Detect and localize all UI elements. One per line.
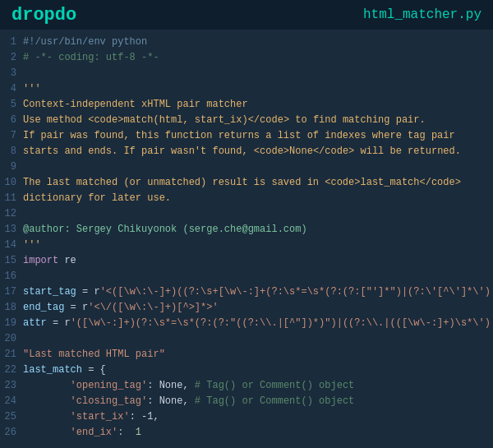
code-line: 21"Last matched HTML pair" xyxy=(0,347,493,363)
line-number: 13 xyxy=(0,222,23,238)
token: : None, xyxy=(147,380,188,391)
line-number: 26 xyxy=(0,425,23,441)
token: </code> xyxy=(420,177,461,188)
line-content xyxy=(23,206,29,222)
line-number: 10 xyxy=(0,175,23,191)
code-line: 18end_tag = r'<\/([\w\:\-]+)[^>]*>' xyxy=(0,300,493,316)
token xyxy=(23,380,71,391)
token: Context-independent xHTML pair matcher xyxy=(23,99,248,110)
code-line: 22last_match = { xyxy=(0,363,493,378)
line-content xyxy=(23,331,29,347)
line-number: 14 xyxy=(0,238,23,253)
line-content: start_tag = r'<([\w\:\-]+)((?:\s+[\w\-:]… xyxy=(23,284,493,300)
line-content xyxy=(23,159,29,175)
line-number: 1 xyxy=(0,35,23,50)
token: : None, xyxy=(147,395,188,407)
code-line: 8starts and ends. If pair wasn't found, … xyxy=(0,144,493,159)
line-number: 16 xyxy=(0,269,23,284)
token xyxy=(23,395,71,407)
token: The last matched (or unmatched) result i… xyxy=(23,177,325,188)
line-content: Context-independent xHTML pair matcher xyxy=(23,97,248,113)
token: starts and ends. If pair wasn't found, xyxy=(23,145,254,157)
line-content: 'opening_tag': None, # Tag() or Comment(… xyxy=(23,378,354,394)
code-line: 2# -*- coding: utf-8 -*- xyxy=(0,50,493,66)
line-number: 6 xyxy=(0,113,23,128)
code-line: 14''' xyxy=(0,238,493,253)
line-number: 17 xyxy=(0,284,23,300)
line-number: 20 xyxy=(0,331,23,347)
line-content: The last matched (or unmatched) result i… xyxy=(23,175,461,191)
line-number: 12 xyxy=(0,206,23,222)
token: 'closing_tag' xyxy=(71,395,148,407)
token: to find matching pair. xyxy=(289,114,426,126)
line-number: 4 xyxy=(0,81,23,97)
token: "Last matched HTML pair" xyxy=(23,349,165,360)
code-line: 1#!/usr/bin/env python xyxy=(0,35,493,50)
token: #!/usr/bin/env python xyxy=(23,36,147,48)
token: </code> xyxy=(248,114,289,126)
token: last_match xyxy=(23,364,82,376)
code-line: 9 xyxy=(0,159,493,175)
line-content: end_tag = r'<\/([\w\:\-]+)[^>]*>' xyxy=(23,300,219,316)
line-content: "Last matched HTML pair" xyxy=(23,347,165,363)
line-number: 24 xyxy=(0,394,23,409)
token: last_match xyxy=(360,177,419,188)
line-number: 5 xyxy=(0,97,23,113)
line-content xyxy=(23,269,29,284)
code-line: 23 'opening_tag': None, # Tag() or Comme… xyxy=(0,378,493,394)
line-content: starts and ends. If pair wasn't found, <… xyxy=(23,144,461,159)
code-line: 3 xyxy=(0,66,493,81)
token: 'opening_tag' xyxy=(71,380,148,391)
line-number: 11 xyxy=(0,191,23,206)
token: @author: Sergey Chikuyonok (serge.che@gm… xyxy=(23,224,307,235)
code-line: 16 xyxy=(0,269,493,284)
token: 'end_ix' xyxy=(71,427,118,438)
line-number: 8 xyxy=(0,144,23,159)
line-number: 22 xyxy=(0,363,23,378)
line-content: ''' xyxy=(23,238,41,253)
line-number: 15 xyxy=(0,253,23,269)
token: = r xyxy=(76,286,100,298)
token: will be returned. xyxy=(354,145,461,157)
token: If pair was found, this function returns… xyxy=(23,130,455,141)
token xyxy=(23,427,71,438)
line-content: dictionary for later use. xyxy=(23,191,171,206)
line-number: 2 xyxy=(0,50,23,66)
line-content: If pair was found, this function returns… xyxy=(23,128,455,144)
token: Use method xyxy=(23,114,88,126)
line-content: ''' xyxy=(23,81,41,97)
line-content: #!/usr/bin/env python xyxy=(23,35,147,50)
code-line: 15import re xyxy=(0,253,493,269)
logo: dropdo xyxy=(12,5,76,25)
token: </code> xyxy=(313,145,354,157)
code-editor: 1#!/usr/bin/env python2# -*- coding: utf… xyxy=(0,30,493,446)
token: # Tag() or Comment() object xyxy=(189,380,355,391)
code-line: 12 xyxy=(0,206,493,222)
line-content: last_match = { xyxy=(23,363,106,378)
line-content: 'start_ix': -1, xyxy=(23,409,159,425)
code-line: 4''' xyxy=(0,81,493,97)
token: None xyxy=(289,145,313,157)
token: dictionary for later use. xyxy=(23,192,171,204)
logo-text: dropdo xyxy=(12,5,76,25)
token: ''' xyxy=(23,239,41,251)
token: : -1, xyxy=(130,411,159,423)
token: match(html, start_ix) xyxy=(123,114,247,126)
line-number: 19 xyxy=(0,316,23,331)
token: '([\w\-:]+)(?:\s*=\s*(?:(?:"((?:\\.|[^"]… xyxy=(71,317,493,329)
token xyxy=(23,411,71,423)
line-content: 'end_ix': 1 xyxy=(23,425,141,441)
code-line: 5Context-independent xHTML pair matcher xyxy=(0,97,493,113)
token: = r xyxy=(47,317,71,329)
line-number: 3 xyxy=(0,66,23,81)
line-content: attr = r'([\w\-:]+)(?:\s*=\s*(?:(?:"((?:… xyxy=(23,316,493,331)
header: dropdo html_matcher.py xyxy=(0,0,493,30)
token: <code> xyxy=(325,177,360,188)
code-line: 11dictionary for later use. xyxy=(0,191,493,206)
code-line: 13@author: Sergey Chikuyonok (serge.che@… xyxy=(0,222,493,238)
line-number: 21 xyxy=(0,347,23,363)
line-number: 25 xyxy=(0,409,23,425)
token: : 1 xyxy=(117,427,141,438)
line-number: 23 xyxy=(0,378,23,394)
code-line: 24 'closing_tag': None, # Tag() or Comme… xyxy=(0,394,493,409)
